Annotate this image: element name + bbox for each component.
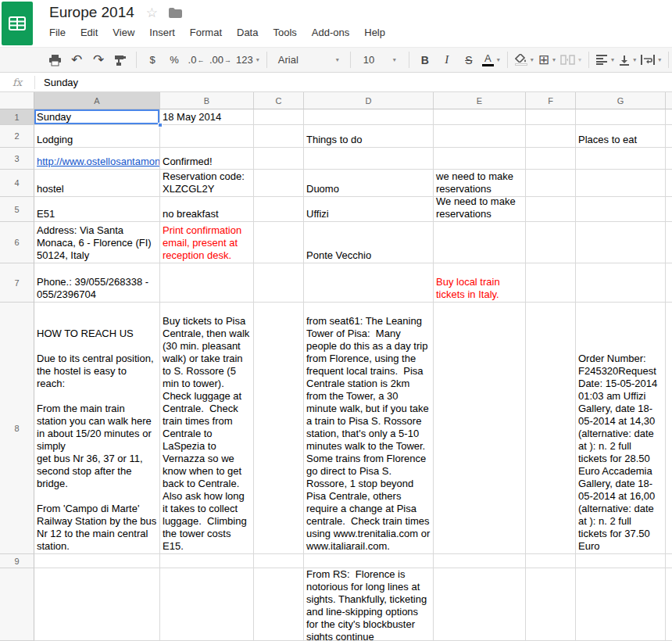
column-header-H-partial[interactable] bbox=[666, 92, 672, 109]
cell-B6[interactable]: Print confirmation email, present at rec… bbox=[160, 222, 254, 263]
cell-D5[interactable]: Uffizi bbox=[304, 197, 434, 222]
cell-F7[interactable] bbox=[526, 263, 576, 303]
cell-D3[interactable] bbox=[304, 148, 434, 170]
cell-E4[interactable]: we need to make reservations bbox=[434, 170, 526, 197]
vertical-align-button[interactable]: ▾ bbox=[619, 51, 636, 70]
folder-icon[interactable] bbox=[169, 8, 182, 18]
decrease-decimal-button[interactable]: .0← bbox=[188, 51, 205, 70]
cell-D6[interactable]: Ponte Vecchio bbox=[304, 222, 434, 263]
horizontal-align-button[interactable]: ▾ bbox=[596, 51, 614, 70]
number-format-button[interactable]: 123▾ bbox=[236, 51, 259, 70]
cell-A10[interactable] bbox=[34, 568, 160, 641]
cell-E1[interactable] bbox=[434, 109, 526, 125]
cell-G5[interactable] bbox=[576, 197, 666, 222]
cell-H7[interactable] bbox=[666, 263, 672, 303]
formula-input[interactable]: Sunday bbox=[35, 77, 672, 88]
cell-F10[interactable] bbox=[526, 568, 576, 641]
row-header-5[interactable]: 5 bbox=[0, 197, 34, 222]
cell-G10[interactable] bbox=[576, 568, 666, 641]
cell-C4[interactable] bbox=[254, 170, 304, 197]
row-header-3[interactable]: 3 bbox=[0, 148, 34, 170]
cell-E9[interactable] bbox=[434, 554, 526, 568]
cell-A1[interactable]: Sunday bbox=[34, 109, 160, 125]
menu-addons[interactable]: Add-ons bbox=[312, 27, 349, 38]
document-title[interactable]: Europe 2014 bbox=[49, 4, 134, 21]
menu-data[interactable]: Data bbox=[237, 27, 258, 38]
cell-G4[interactable] bbox=[576, 170, 666, 197]
cell-H9[interactable] bbox=[666, 554, 672, 568]
sheets-logo-icon[interactable] bbox=[2, 2, 33, 45]
format-percent-button[interactable]: % bbox=[166, 51, 183, 70]
cell-link-text[interactable]: http://www.ostellosantamon bbox=[37, 156, 157, 169]
column-header-E[interactable]: E bbox=[434, 92, 526, 109]
font-size-select[interactable]: 10▾ bbox=[358, 51, 402, 70]
menu-insert[interactable]: Insert bbox=[149, 27, 175, 38]
cell-B4[interactable]: Reservation code: XLZCGL2Y bbox=[160, 170, 254, 197]
cell-D1[interactable] bbox=[304, 109, 434, 125]
cell-F4[interactable] bbox=[526, 170, 576, 197]
cell-G3[interactable] bbox=[576, 148, 666, 170]
cell-A6[interactable]: Address: Via Santa Monaca, 6 - Florence … bbox=[34, 222, 160, 263]
cell-B5[interactable]: no breakfast bbox=[160, 197, 254, 222]
cell-G9[interactable] bbox=[576, 554, 666, 568]
column-header-F[interactable]: F bbox=[526, 92, 576, 109]
fill-handle[interactable] bbox=[158, 123, 163, 127]
column-header-G[interactable]: G bbox=[576, 92, 666, 109]
font-family-select[interactable]: Arial▾ bbox=[274, 51, 343, 70]
cell-A9[interactable] bbox=[34, 554, 160, 568]
cell-C10[interactable] bbox=[254, 568, 304, 641]
row-header-2[interactable]: 2 bbox=[0, 125, 34, 148]
print-button[interactable] bbox=[46, 51, 63, 70]
cell-A7[interactable]: Phone.: 39/055/268338 - 055/2396704 bbox=[34, 263, 160, 303]
row-header-6[interactable]: 6 bbox=[0, 222, 34, 263]
cell-H4[interactable] bbox=[666, 170, 672, 197]
cell-B3[interactable]: Confirmed! bbox=[160, 148, 254, 170]
star-icon[interactable]: ☆ bbox=[146, 5, 158, 21]
bold-button[interactable]: B bbox=[416, 51, 434, 70]
column-header-B[interactable]: B bbox=[160, 92, 254, 109]
cell-B1[interactable]: 18 May 2014 bbox=[160, 109, 254, 125]
menu-format[interactable]: Format bbox=[190, 27, 222, 38]
cell-F2[interactable] bbox=[526, 125, 576, 148]
cell-F3[interactable] bbox=[526, 148, 576, 170]
cell-C7[interactable] bbox=[254, 263, 304, 303]
row-header-8[interactable]: 8 bbox=[0, 303, 34, 554]
cell-H5[interactable] bbox=[666, 197, 672, 222]
cell-C8[interactable] bbox=[254, 303, 304, 554]
borders-button[interactable]: ⊞▾ bbox=[538, 51, 556, 70]
fill-color-button[interactable]: ▾ bbox=[515, 51, 534, 70]
cell-F8[interactable] bbox=[526, 303, 576, 554]
cell-G8[interactable]: Order Number: F245320Request Date: 15-05… bbox=[576, 303, 666, 554]
cell-B10[interactable] bbox=[160, 568, 254, 641]
row-header-7[interactable]: 7 bbox=[0, 263, 34, 303]
italic-button[interactable]: I bbox=[438, 51, 456, 70]
strikethrough-button[interactable]: S bbox=[460, 51, 477, 70]
cell-A2[interactable]: Lodging bbox=[34, 125, 160, 148]
cell-H3[interactable] bbox=[666, 148, 672, 170]
cell-A5[interactable]: E51 bbox=[34, 197, 160, 222]
cell-B7[interactable] bbox=[160, 263, 254, 303]
cell-H10[interactable] bbox=[666, 568, 672, 641]
cell-E2[interactable] bbox=[434, 125, 526, 148]
cell-A8[interactable]: HOW TO REACH US Due to its central posit… bbox=[34, 303, 160, 554]
increase-decimal-button[interactable]: .00→ bbox=[209, 51, 231, 70]
cell-B2[interactable] bbox=[160, 125, 254, 148]
cell-G1[interactable] bbox=[576, 109, 666, 125]
cell-D4[interactable]: Duomo bbox=[304, 170, 434, 197]
column-header-A[interactable]: A bbox=[34, 92, 160, 109]
cell-H8[interactable] bbox=[666, 303, 672, 554]
cell-E8[interactable] bbox=[434, 303, 526, 554]
menu-view[interactable]: View bbox=[113, 27, 134, 38]
cell-D8[interactable]: from seat61: The Leaning Tower of Pisa: … bbox=[304, 303, 434, 554]
undo-button[interactable]: ↶ bbox=[68, 51, 85, 70]
cell-F6[interactable] bbox=[526, 222, 576, 263]
cell-F1[interactable] bbox=[526, 109, 576, 125]
cell-D10[interactable]: From RS: Florence is notorious for long … bbox=[304, 568, 434, 641]
cell-G2[interactable]: Places to eat bbox=[576, 125, 666, 148]
cell-F9[interactable] bbox=[526, 554, 576, 568]
row-header-4[interactable]: 4 bbox=[0, 170, 34, 197]
cell-C2[interactable] bbox=[254, 125, 304, 148]
cell-E10[interactable] bbox=[434, 568, 526, 641]
redo-button[interactable]: ↷ bbox=[90, 51, 107, 70]
cell-E6[interactable] bbox=[434, 222, 526, 263]
